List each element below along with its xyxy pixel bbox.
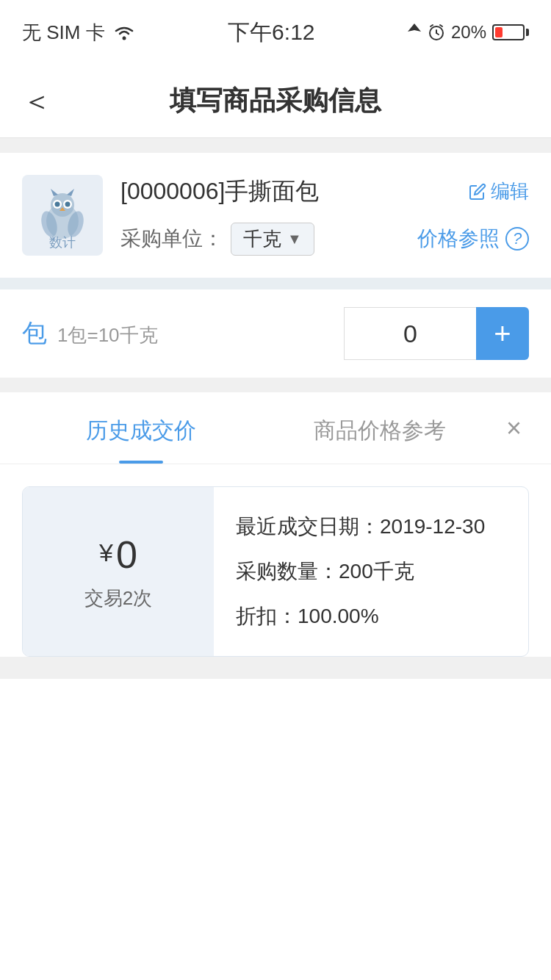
quantity-row: 包 1包=10千克 0 + [0,289,551,378]
svg-point-0 [122,37,126,40]
alarm-icon [428,24,445,41]
product-unit-row: 采购单位： 千克 ▼ 价格参照 ? [120,223,529,256]
tabs-bar: 历史成交价 商品价格参考 × [0,392,551,464]
price-details: 最近成交日期：2019-12-30 采购数量：200千克 折扣：100.00% [214,487,528,656]
svg-line-4 [431,25,433,26]
svg-point-13 [65,202,71,207]
svg-point-12 [55,202,60,207]
quantity-unit-info: 包 1包=10千克 [22,317,344,350]
tab-product-label: 商品价格参考 [314,418,446,442]
svg-line-3 [436,33,439,35]
price-summary: ¥ 0 交易2次 [23,487,214,656]
section-divider [0,278,551,289]
svg-marker-8 [51,189,58,196]
unit-value: 千克 [243,226,281,252]
edit-icon [469,183,486,201]
product-name-row: [0000006]手撕面包 编辑 [120,176,529,208]
price-quantity: 采购数量：200千克 [236,555,506,588]
price-ref-label: 价格参照 [417,225,500,253]
price-reference-modal: 历史成交价 商品价格参考 × ¥ 0 交易2次 最近成交日期：2019-12-3… [0,392,551,657]
nav-bar: ＜ 填写商品采购信息 [0,65,551,138]
package-unit-label: 包 [22,317,47,350]
svg-marker-9 [67,189,74,196]
bottom-space [0,679,551,980]
plus-icon: + [494,317,511,350]
unit-selector-group: 采购单位： 千克 ▼ [120,223,314,256]
tab-history-label: 历史成交价 [86,418,196,442]
page-title: 填写商品采购信息 [66,83,485,119]
status-bar: 无 SIM 卡 下午6:12 20% [0,0,551,65]
quantity-controls: 0 + [344,307,529,360]
price-ref-button[interactable]: 价格参照 ? [417,225,529,253]
battery-percent: 20% [451,22,486,43]
quantity-input[interactable]: 0 [344,307,476,360]
product-card: 数计 [0000006]手撕面包 编辑 采购单位： 千克 ▼ 价格参照 [0,153,551,278]
dropdown-arrow-icon: ▼ [287,231,302,248]
unit-label: 采购单位： [120,225,223,253]
price-date: 最近成交日期：2019-12-30 [236,511,506,544]
price-info-card: ¥ 0 交易2次 最近成交日期：2019-12-30 采购数量：200千克 折扣… [22,486,529,657]
price-ref-info-icon: ? [505,227,529,251]
product-name: [0000006]手撕面包 [120,176,319,208]
location-icon [407,23,422,42]
quantity-value: 0 [403,320,417,348]
carrier-text: 无 SIM 卡 [22,20,105,46]
product-info: [0000006]手撕面包 编辑 采购单位： 千克 ▼ 价格参照 ? [103,176,529,256]
edit-label: 编辑 [491,179,529,204]
price-value: 0 [116,533,137,577]
modal-close-button[interactable]: × [499,398,529,458]
product-image: 数计 [22,175,103,256]
tab-product-price[interactable]: 商品价格参考 [260,392,498,464]
price-discount: 折扣：100.00% [236,600,506,633]
package-conversion-label: 1包=10千克 [57,323,158,348]
currency-symbol: ¥ [99,538,113,567]
quantity-plus-button[interactable]: + [476,307,529,360]
battery-indicator [492,24,529,40]
svg-line-5 [440,25,442,26]
status-time: 下午6:12 [228,18,314,48]
status-right: 20% [407,22,529,43]
product-img-label: 数计 [22,234,103,251]
price-amount: ¥ 0 [99,533,137,577]
status-carrier: 无 SIM 卡 [22,20,136,46]
unit-dropdown[interactable]: 千克 ▼ [231,223,314,256]
wifi-icon [112,24,136,40]
back-button[interactable]: ＜ [22,81,66,121]
tab-history-price[interactable]: 历史成交价 [22,392,260,464]
trades-count: 交易2次 [84,586,152,611]
edit-button[interactable]: 编辑 [469,179,529,204]
